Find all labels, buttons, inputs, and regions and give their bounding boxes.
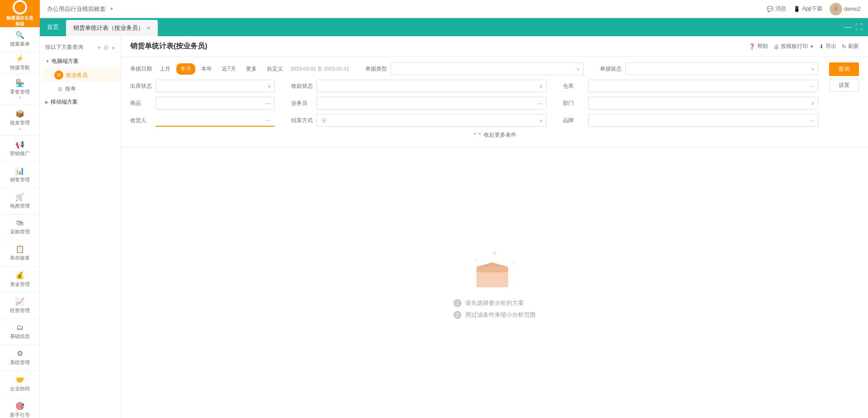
- payment-control[interactable]: ✕ ∨: [316, 114, 547, 127]
- right-content: 销货单统计表(按业务员) ❓ 帮助 🖨 按模板打印 ▼ ⬇ 导出: [121, 36, 868, 418]
- sidebar-item-cooperation[interactable]: 🤝 企业协同: [0, 371, 39, 397]
- sidebar-item-finance[interactable]: 💰 资金管理: [0, 266, 39, 293]
- sidebar-quick-nav[interactable]: ⚡ 快捷导航: [0, 52, 39, 74]
- svg-text:✦: ✦: [474, 258, 478, 263]
- sidebar-item-newguide[interactable]: 🎯 新手引导: [0, 397, 39, 418]
- tab-close-btn[interactable]: ✕: [146, 25, 151, 31]
- doc-status-control[interactable]: ∨: [625, 62, 818, 75]
- warehouse-control[interactable]: ···: [588, 80, 818, 92]
- sidebar-search[interactable]: 🔍 搜索菜单: [0, 27, 39, 52]
- date-label: 单据日期: [130, 65, 152, 73]
- app-logo[interactable]: 畅捷通好生意 标版: [0, 0, 40, 27]
- salesperson-control[interactable]: ···: [316, 97, 547, 109]
- payment-clear-btn[interactable]: ✕: [321, 117, 328, 124]
- page-header-actions: ❓ 帮助 🖨 按模板打印 ▼ ⬇ 导出 ↻ 刷新: [749, 43, 859, 56]
- goods-control[interactable]: ···: [156, 97, 275, 109]
- sidebar-item-purchase[interactable]: 🛍 采购管理: [0, 214, 39, 240]
- collapse-up-icon: ⌃⌃: [473, 132, 482, 138]
- app-download-btn[interactable]: 📱 App下载: [793, 5, 822, 13]
- collapse-panel-btn[interactable]: «: [112, 44, 115, 51]
- scheme-by-order[interactable]: ⊞ 按单: [43, 82, 121, 95]
- app-download-label: App下载: [802, 5, 822, 13]
- system-label: 系统管理: [10, 359, 30, 366]
- tab-home[interactable]: 首页: [40, 18, 66, 36]
- brand-control[interactable]: ···: [588, 114, 818, 127]
- sidebar-item-ecommerce[interactable]: 🛒 电商管理: [0, 188, 39, 214]
- receipt-status-label: 收款状态: [291, 82, 313, 90]
- sidebar-item-system[interactable]: ⚙ 系统管理: [0, 345, 39, 371]
- out-status-arrow: ∨: [268, 84, 271, 89]
- help-icon: ❓: [749, 43, 755, 50]
- filter-salesperson-item: 业务员 ···: [291, 97, 547, 109]
- sidebar-item-sales[interactable]: 📊 销售管理: [0, 162, 39, 188]
- brand-label: 品牌: [563, 117, 585, 124]
- topbar: 办公用品行业模拟账套 ▼ 💬 消息 📱 App下载 E demo2: [40, 0, 868, 18]
- svg-text:✦: ✦: [513, 261, 516, 266]
- receiver-control[interactable]: ···: [156, 114, 275, 127]
- user-menu[interactable]: E demo2: [830, 3, 861, 15]
- settings-scheme-btn[interactable]: ⊙: [104, 44, 109, 51]
- mobile-section-label: 移动端方案: [51, 98, 78, 106]
- sidebar-item-retail[interactable]: 🏪 零售管理 ▼: [0, 74, 39, 105]
- account-title[interactable]: 办公用品行业模拟账套: [47, 5, 106, 13]
- filter-receiver-item: 收货人 ···: [130, 114, 275, 127]
- doc-type-control[interactable]: ∨: [391, 62, 584, 75]
- purchase-label: 采购管理: [10, 228, 30, 235]
- query-btn[interactable]: 查询: [829, 62, 859, 76]
- sidebar-item-wholesale[interactable]: 📦 批发管理 ▲: [0, 105, 39, 136]
- newguide-label: 新手引导: [10, 412, 30, 418]
- scheme-by-salesperson[interactable]: 按 按业务员: [43, 68, 121, 82]
- tab-maximize-btn[interactable]: ⛶: [855, 23, 863, 31]
- empty-hints: 1 请先选择要分析的方案 2 用过滤条件来缩小分析范围: [453, 299, 536, 319]
- message-btn[interactable]: 💬 消息: [767, 5, 786, 13]
- tab-home-label: 首页: [47, 23, 59, 31]
- export-label: 导出: [826, 43, 836, 50]
- date-last-month-btn[interactable]: 上月: [156, 63, 175, 75]
- date-this-month-btn[interactable]: 本月: [176, 63, 195, 75]
- tab-minimize-btn[interactable]: —: [844, 23, 852, 31]
- filter-area: 单据日期 上月 本月 本年 近7天 更多 自定义 2023-03-01 至 20…: [121, 57, 868, 147]
- template-print-btn[interactable]: 🖨 按模板打印 ▼: [774, 43, 814, 50]
- template-print-label: 按模板打印: [781, 43, 808, 50]
- desktop-section-header[interactable]: ▼ 电脑端方案: [40, 55, 121, 68]
- warehouse-dots: ···: [809, 82, 814, 90]
- filter-date-group: 上月 本月 本年 近7天 更多 自定义 2023-03-01 至 2023-03…: [156, 63, 349, 75]
- date-more-btn[interactable]: 更多: [242, 63, 261, 75]
- export-btn[interactable]: ⬇ 导出: [819, 43, 836, 50]
- content-area: 按以下方案查询 + ⊙ « ▼ 电脑端方案 按 按业务员: [40, 36, 868, 418]
- date-range-text: 2023-03-01 至 2023-03-31: [291, 66, 349, 72]
- sidebar-item-inventory[interactable]: 📋 库存核算: [0, 240, 39, 266]
- sidebar-item-basic[interactable]: 🗂 基础信息: [0, 319, 39, 345]
- date-7days-btn[interactable]: 近7天: [218, 63, 240, 75]
- tab-sales-stat[interactable]: 销货单统计表（按业务员） ✕: [66, 20, 158, 36]
- wholesale-icon: 📦: [15, 109, 24, 118]
- system-icon: ⚙: [17, 349, 23, 358]
- warehouse-label: 仓库: [563, 82, 585, 90]
- mobile-expand-icon: ▶: [45, 100, 49, 104]
- department-control[interactable]: ∨: [588, 97, 818, 109]
- collapse-label: 收起更多条件: [484, 131, 516, 139]
- collapse-filter-btn[interactable]: ⌃⌃ 收起更多条件: [130, 128, 859, 142]
- filter-warehouse-item: 仓库 ···: [563, 80, 818, 92]
- sidebar-item-marketing[interactable]: 📢 营销推广: [0, 136, 39, 162]
- mobile-section-header[interactable]: ▶ 移动端方案: [40, 95, 121, 109]
- filter-row-4: 收货人 ··· 结算方式 ✕: [130, 114, 818, 127]
- date-this-year-btn[interactable]: 本年: [197, 63, 216, 75]
- sidebar-item-operation[interactable]: 📈 经营管理: [0, 293, 39, 319]
- help-btn[interactable]: ❓ 帮助: [749, 43, 768, 50]
- add-scheme-btn[interactable]: +: [97, 44, 101, 51]
- account-dropdown-icon[interactable]: ▼: [109, 6, 114, 11]
- settings-btn[interactable]: 设置: [829, 79, 859, 92]
- filter-row-2: 出库状态 ∨ 收款状态 ∨: [130, 80, 818, 92]
- message-icon: 💬: [767, 6, 774, 12]
- tabbar: 首页 销货单统计表（按业务员） ✕ — ⛶: [40, 18, 868, 36]
- out-status-control[interactable]: ∨: [156, 80, 275, 92]
- receipt-status-control[interactable]: ∨: [316, 80, 547, 92]
- svg-text:✦: ✦: [492, 250, 497, 257]
- refresh-btn[interactable]: ↻ 刷新: [842, 43, 859, 50]
- sales-icon: 📊: [15, 166, 24, 175]
- date-custom-btn[interactable]: 自定义: [263, 63, 287, 75]
- receiver-dots: ···: [266, 116, 271, 124]
- logo-icon: [13, 0, 27, 14]
- salesperson-dots: ···: [537, 100, 542, 107]
